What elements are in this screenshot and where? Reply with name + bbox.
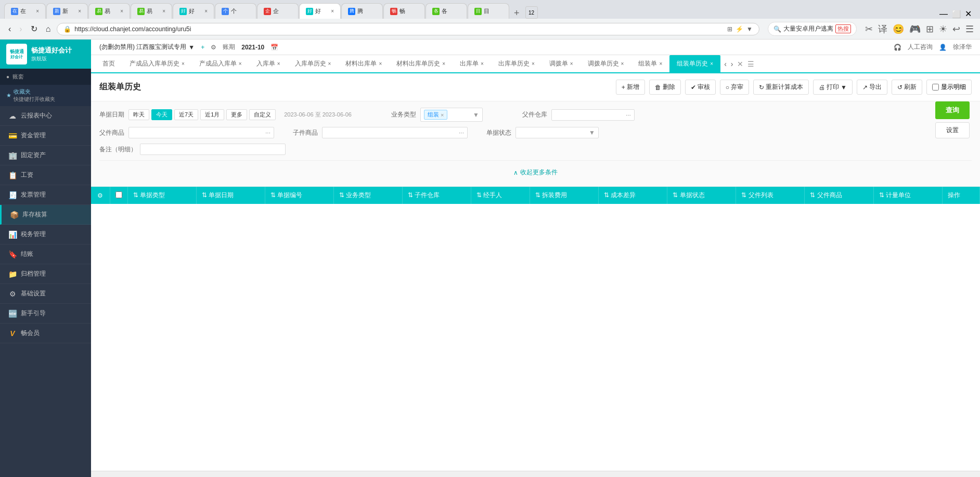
back-button[interactable]: ‹ [6, 22, 13, 36]
add-button[interactable]: + 新增 [616, 80, 645, 95]
refresh-button[interactable]: ↺ 刷新 [892, 80, 922, 95]
bill-status-select[interactable]: ▼ [515, 127, 599, 138]
scissors-icon[interactable]: ✂ [865, 23, 873, 35]
th-child-warehouse[interactable]: ⇅ 子件仓库 [403, 187, 471, 204]
username[interactable]: 徐泽华 [953, 43, 972, 51]
abandon-button[interactable]: ○ 弃审 [720, 80, 749, 95]
page-tab-in-history[interactable]: 入库单历史 × [288, 55, 339, 73]
support-label[interactable]: 人工咨询 [908, 43, 933, 51]
sidebar-item-guide[interactable]: 🆕 新手引导 [0, 304, 91, 324]
company-selector[interactable]: (勿删勿禁用) 江西服宝测试专用 ▼ [99, 43, 195, 51]
tab-close-transfer-history[interactable]: × [621, 61, 624, 67]
tab-close-finished-in-history[interactable]: × [182, 61, 185, 67]
tab-count-badge[interactable]: 12 [525, 6, 538, 19]
display-detail-check[interactable] [932, 84, 939, 91]
tab-close-1[interactable]: × [36, 8, 39, 14]
new-tab-button[interactable]: + [510, 8, 524, 19]
browser-tab-6[interactable]: 个 个 [215, 3, 256, 19]
sidebar-item-checkout[interactable]: 🔖 结账 [0, 244, 91, 264]
page-tab-out-history[interactable]: 出库单历史 × [491, 55, 542, 73]
th-cost-diff[interactable]: ⇅ 成本差异 [599, 187, 667, 204]
th-bill-no[interactable]: ⇅ 单据编号 [265, 187, 333, 204]
tab-close-transfer[interactable]: × [570, 61, 573, 67]
date-7days[interactable]: 近7天 [174, 109, 198, 120]
sidebar-item-fixed-asset[interactable]: 🏢 固定资产 [0, 146, 91, 165]
biz-type-tag-remove[interactable]: × [441, 112, 444, 118]
th-parent-list[interactable]: ⇅ 父件列表 [736, 187, 805, 204]
tab-close-8[interactable]: × [331, 8, 334, 14]
page-tab-material-out-history[interactable]: 材料出库单历史 × [389, 55, 453, 73]
horizontal-scrollbar[interactable] [91, 471, 980, 477]
th-bill-type[interactable]: ⇅ 单据类型 [127, 187, 196, 204]
parent-warehouse-select[interactable]: ··· [551, 109, 635, 121]
child-goods-ellipsis[interactable]: ··· [459, 129, 464, 136]
page-tab-finished-in-history[interactable]: 产成品入库单历史 × [122, 55, 192, 73]
forward-button[interactable]: › [17, 22, 24, 36]
bill-status-dropdown[interactable]: ▼ [589, 129, 595, 136]
lightning-icon[interactable]: ⚡ [736, 25, 743, 33]
approve-button[interactable]: ✔ 审核 [685, 80, 716, 95]
th-handler[interactable]: ⇅ 经手人 [471, 187, 530, 204]
page-tab-assembly[interactable]: 组装单 × [631, 55, 669, 73]
browser-tab-5[interactable]: 好 好 × [173, 3, 214, 19]
search-box[interactable]: 🔍 大量安卓用户逃离 热搜 [768, 22, 857, 36]
date-today[interactable]: 今天 [151, 109, 172, 120]
parent-warehouse-ellipsis[interactable]: ··· [626, 111, 631, 119]
page-tab-in-order[interactable]: 入库单 × [249, 55, 288, 73]
sidebar-item-fund[interactable]: 💳 资金管理 [0, 126, 91, 146]
date-yesterday[interactable]: 昨天 [128, 109, 149, 120]
tab-close-in-history[interactable]: × [328, 61, 331, 67]
biz-type-select[interactable]: 组装 × ▼ [420, 108, 483, 122]
sidebar-item-settings[interactable]: ⚙ 基础设置 [0, 284, 91, 304]
recalculate-button[interactable]: ↻ 重新计算成本 [753, 80, 809, 95]
th-bill-date[interactable]: ⇅ 单据日期 [196, 187, 265, 204]
sidebar-item-member[interactable]: V 畅会员 [0, 324, 91, 343]
grid-icon[interactable]: ⊞ [926, 23, 934, 35]
minimize-button[interactable]: — [939, 9, 948, 19]
browser-tab-8[interactable]: 好 好 × [299, 3, 341, 19]
browser-tab-9[interactable]: 腾 腾 [341, 3, 383, 19]
translate-icon[interactable]: 译 [878, 23, 887, 35]
tab-close-out-order[interactable]: × [481, 61, 484, 67]
biz-type-dropdown[interactable]: ▼ [473, 111, 479, 119]
browser-tab-1[interactable]: 在 在 × [4, 3, 46, 19]
tab-close-in-order[interactable]: × [277, 61, 280, 67]
date-1month[interactable]: 近1月 [200, 109, 224, 120]
sidebar-favorites[interactable]: ★ 收藏夹 快捷键打开收藏夹 [0, 85, 91, 106]
child-goods-input[interactable]: ··· [322, 127, 468, 138]
select-all-checkbox[interactable] [115, 191, 122, 198]
tab-close-material-out[interactable]: × [379, 61, 382, 67]
th-settings[interactable]: ⚙ [91, 187, 110, 204]
th-bill-status[interactable]: ⇅ 单据状态 [667, 187, 736, 204]
sidebar-item-payroll[interactable]: 📋 工资 [0, 165, 91, 185]
tab-close-finished-in[interactable]: × [239, 61, 242, 67]
page-tab-finished-in[interactable]: 产成品入库单 × [192, 55, 249, 73]
tab-close-4[interactable]: × [162, 8, 165, 14]
browser-tab-2[interactable]: 新 新 × [46, 3, 88, 19]
menu-icon[interactable]: ☰ [965, 23, 974, 35]
th-biz-type[interactable]: ⇅ 业务类型 [333, 187, 402, 204]
th-unit[interactable]: ⇅ 计量单位 [873, 187, 942, 204]
th-disassembly-fee[interactable]: ⇅ 拆装费用 [530, 187, 598, 204]
undo-icon[interactable]: ↩ [952, 23, 960, 35]
emoji-icon[interactable]: 😊 [893, 23, 904, 35]
sidebar-item-inventory[interactable]: 📦 库存核算 [0, 205, 91, 225]
delete-button[interactable]: 🗑 删除 [649, 80, 681, 95]
browser-tab-7[interactable]: 企 企 [257, 3, 299, 19]
page-tab-out-order[interactable]: 出库单 × [453, 55, 491, 73]
add-company-btn[interactable]: + [201, 44, 204, 51]
tab-close-material-out-history[interactable]: × [442, 61, 445, 67]
tab-nav-close[interactable]: ✕ [736, 60, 745, 68]
date-custom[interactable]: 自定义 [249, 109, 276, 120]
tab-close-3[interactable]: × [120, 8, 123, 14]
tab-close-2[interactable]: × [78, 8, 81, 14]
date-more[interactable]: 更多 [226, 109, 247, 120]
page-tab-home[interactable]: 首页 [95, 55, 122, 73]
browser-tab-11[interactable]: 各 各 [425, 3, 467, 19]
page-tab-transfer[interactable]: 调拨单 × [542, 55, 581, 73]
query-button[interactable]: 查询 [935, 101, 970, 119]
page-tab-material-out[interactable]: 材料出库单 × [338, 55, 389, 73]
sun-icon[interactable]: ☀ [939, 23, 947, 35]
home-button[interactable]: ⌂ [44, 22, 53, 36]
browser-tab-12[interactable]: 目 目 [468, 3, 509, 19]
